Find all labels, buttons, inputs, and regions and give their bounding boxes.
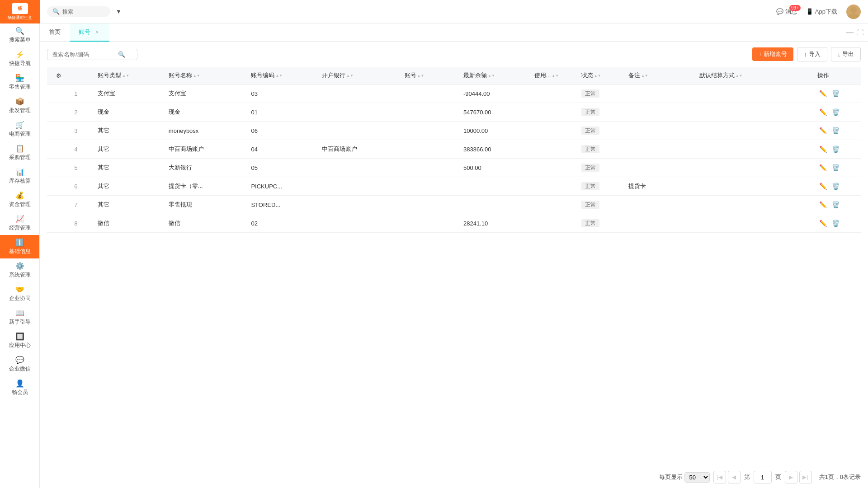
per-page-label: 每页显示 bbox=[659, 473, 683, 481]
edit-row-button[interactable]: ✏️ bbox=[817, 108, 829, 117]
topbar-search-box[interactable]: 🔍 bbox=[47, 6, 110, 17]
cell-account-name: 中百商场账户 bbox=[165, 140, 248, 159]
cell-account-type: 现金 bbox=[94, 103, 165, 122]
delete-row-button[interactable]: 🗑️ bbox=[830, 200, 841, 209]
topbar-search-input[interactable] bbox=[62, 9, 103, 15]
sidebar-item-ecommerce[interactable]: 🛒 电商管理 bbox=[0, 117, 39, 141]
page-size-selector: 每页显示 50 100 200 bbox=[659, 472, 710, 483]
cell-row-num: 1 bbox=[71, 84, 94, 103]
sidebar-item-basic-info[interactable]: ℹ️ 基础信息 bbox=[0, 235, 39, 258]
table-search-icon[interactable]: 🔍 bbox=[118, 51, 125, 58]
edit-row-button[interactable]: ✏️ bbox=[817, 89, 829, 98]
sidebar-item-appcenter[interactable]: 🔲 应用中心 bbox=[0, 329, 39, 352]
sidebar-item-inventory[interactable]: 📊 库存核算 bbox=[0, 164, 39, 188]
cell-settings bbox=[47, 177, 71, 196]
sort-icon: ▲▼ bbox=[193, 74, 200, 78]
total-info: 共1页，8条记录 bbox=[819, 473, 861, 481]
tab-close-icon[interactable]: × bbox=[94, 29, 100, 35]
sidebar-item-capital[interactable]: 💰 资金管理 bbox=[0, 188, 39, 211]
cell-row-num: 5 bbox=[71, 159, 94, 177]
col-account-name[interactable]: 账号名称▲▼ bbox=[165, 67, 248, 84]
sidebar-item-wholesale[interactable]: 📦 批发管理 bbox=[0, 94, 39, 117]
cell-latest-balance: 383866.00 bbox=[460, 140, 531, 159]
message-icon: 💬 bbox=[776, 8, 783, 15]
edit-row-button[interactable]: ✏️ bbox=[817, 182, 829, 191]
table-search-box[interactable]: 🔍 bbox=[47, 49, 137, 60]
col-default-settlement[interactable]: 默认结算方式▲▼ bbox=[696, 67, 814, 84]
edit-row-button[interactable]: ✏️ bbox=[817, 145, 829, 154]
import-button[interactable]: ↑ 导入 bbox=[797, 47, 827, 61]
delete-row-button[interactable]: 🗑️ bbox=[830, 163, 841, 172]
cell-open-bank bbox=[318, 177, 401, 196]
user-avatar[interactable] bbox=[846, 5, 861, 19]
cell-account-code: 03 bbox=[247, 84, 318, 103]
cell-default-settlement bbox=[696, 159, 814, 177]
settings-icon[interactable]: ⚙ bbox=[56, 72, 61, 79]
cell-row-num: 7 bbox=[71, 196, 94, 214]
cell-action: ✏️ 🗑️ bbox=[814, 159, 861, 177]
col-account-no[interactable]: 账号▲▼ bbox=[401, 67, 460, 84]
sidebar-item-ops[interactable]: 📈 经营管理 bbox=[0, 211, 39, 235]
page-size-select[interactable]: 50 100 200 bbox=[684, 472, 710, 483]
delete-row-button[interactable]: 🗑️ bbox=[830, 89, 841, 98]
col-usage[interactable]: 使用...▲▼ bbox=[531, 67, 578, 84]
cell-remark: 提货卡 bbox=[625, 177, 696, 196]
delete-row-button[interactable]: 🗑️ bbox=[830, 182, 841, 191]
sidebar-item-retail[interactable]: 🏪 零售管理 bbox=[0, 70, 39, 94]
logo-text: 畅捷通时生意 bbox=[8, 15, 32, 21]
edit-row-button[interactable]: ✏️ bbox=[817, 163, 829, 172]
sidebar-item-search-menu[interactable]: 🔍 搜索菜单 bbox=[0, 23, 39, 47]
sidebar-item-purchase[interactable]: 📋 采购管理 bbox=[0, 141, 39, 164]
col-settings[interactable]: ⚙ bbox=[47, 67, 71, 84]
tab-home[interactable]: 首页 bbox=[40, 23, 70, 42]
delete-row-button[interactable]: 🗑️ bbox=[830, 219, 841, 228]
sidebar-item-ops-label: 经营管理 bbox=[9, 224, 31, 232]
wechat-icon: 💬 bbox=[15, 356, 24, 364]
sort-icon: ▲▼ bbox=[594, 74, 601, 78]
cell-account-code: PICKUPC... bbox=[247, 177, 318, 196]
next-page-button[interactable]: ▶ bbox=[785, 471, 797, 483]
tab-account[interactable]: 账号 × bbox=[70, 23, 109, 42]
page-number-input[interactable] bbox=[754, 471, 772, 483]
cell-open-bank bbox=[318, 122, 401, 140]
col-remark[interactable]: 备注▲▼ bbox=[625, 67, 696, 84]
accounts-table: ⚙ 账号类型▲▼ 账号名称▲▼ 账号编码▲▼ 开户银行 bbox=[47, 67, 861, 233]
sidebar-item-shortcuts-label: 快捷导航 bbox=[9, 60, 31, 67]
sidebar-item-enterprise[interactable]: 🤝 企业协同 bbox=[0, 282, 39, 305]
cell-open-bank bbox=[318, 84, 401, 103]
col-account-type[interactable]: 账号类型▲▼ bbox=[94, 67, 165, 84]
sidebar-item-member[interactable]: 👤 畅会员 bbox=[0, 376, 39, 399]
sidebar-item-wechat[interactable]: 💬 企业微信 bbox=[0, 352, 39, 376]
cell-open-bank bbox=[318, 214, 401, 233]
col-status[interactable]: 状态▲▼ bbox=[578, 67, 625, 84]
last-page-button[interactable]: ▶| bbox=[799, 471, 812, 483]
edit-row-button[interactable]: ✏️ bbox=[817, 126, 829, 135]
cell-status: 正常 bbox=[578, 103, 625, 122]
delete-row-button[interactable]: 🗑️ bbox=[830, 126, 841, 135]
delete-row-button[interactable]: 🗑️ bbox=[830, 108, 841, 117]
cell-account-code: 06 bbox=[247, 122, 318, 140]
col-latest-balance[interactable]: 最新余额▲▼ bbox=[460, 67, 531, 84]
message-button[interactable]: 💬 消息 99+ bbox=[776, 8, 797, 16]
col-open-bank[interactable]: 开户银行▲▼ bbox=[318, 67, 401, 84]
topbar-dropdown[interactable]: ▼ bbox=[116, 8, 122, 15]
tab-minimize-icon[interactable]: — bbox=[846, 28, 854, 37]
cell-status: 正常 bbox=[578, 196, 625, 214]
add-account-button[interactable]: + 新增账号 bbox=[752, 47, 793, 61]
sidebar-item-shortcuts[interactable]: ⚡ 快捷导航 bbox=[0, 47, 39, 70]
sidebar-item-system[interactable]: ⚙️ 系统管理 bbox=[0, 258, 39, 282]
sidebar-item-newbie-label: 新手引导 bbox=[9, 318, 31, 326]
app-download-button[interactable]: 📱 App下载 bbox=[806, 8, 837, 16]
edit-row-button[interactable]: ✏️ bbox=[817, 219, 829, 228]
prev-page-button[interactable]: ◀ bbox=[728, 471, 741, 483]
cell-account-type: 其它 bbox=[94, 177, 165, 196]
export-button[interactable]: ↓ 导出 bbox=[831, 47, 861, 61]
table-search-input[interactable] bbox=[52, 51, 115, 58]
first-page-button[interactable]: |◀ bbox=[713, 471, 726, 483]
edit-row-button[interactable]: ✏️ bbox=[817, 200, 829, 209]
delete-row-button[interactable]: 🗑️ bbox=[830, 145, 841, 154]
sidebar-item-newbie[interactable]: 📖 新手引导 bbox=[0, 305, 39, 329]
col-account-code[interactable]: 账号编码▲▼ bbox=[247, 67, 318, 84]
cell-action: ✏️ 🗑️ bbox=[814, 103, 861, 122]
tab-maximize-icon[interactable]: ⛶ bbox=[857, 29, 863, 36]
